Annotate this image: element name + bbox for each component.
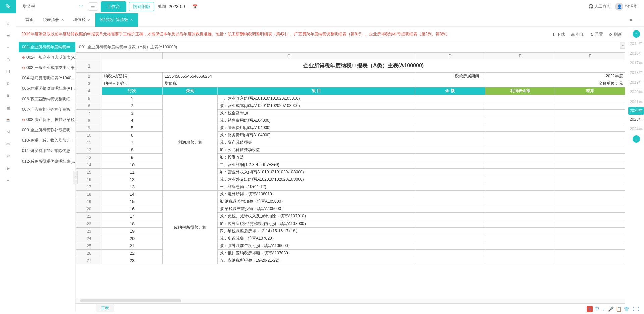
nav-gear-icon[interactable]: ⚙ [0, 150, 16, 162]
table-row[interactable]: 1814应纳税所得额计算减：境外所得（填写A108010） [76, 191, 625, 198]
ime-logo[interactable]: S [587, 306, 593, 312]
username: 徐泽华 [625, 4, 637, 9]
tab-税表清册[interactable]: 税表清册✕ [38, 13, 69, 27]
table-row[interactable]: 1915加:纳税调整增加额（填写A105000） [76, 198, 625, 205]
print-button[interactable]: 🖶 打印 [571, 32, 584, 37]
expand-right-icon[interactable]: » [620, 42, 625, 49]
table-row[interactable]: 73减：税金及附加 [76, 110, 625, 117]
table-row[interactable]: 84减：销售费用(填写A104000) [76, 117, 625, 124]
ime-skin-icon[interactable]: 👕 [624, 306, 629, 312]
form-item[interactable]: 010-免税、减计收入及加计... [19, 135, 75, 146]
table-row[interactable]: 95减：管理费用(填写A104000) [76, 124, 625, 132]
period-input[interactable] [169, 4, 192, 9]
nav-bag-icon[interactable]: ☖ [0, 54, 16, 66]
ime-grid-icon[interactable]: ⋮⋮ [631, 306, 641, 312]
switch-old-button[interactable]: 切到旧版 [129, 2, 154, 11]
table-row[interactable]: 139加：投资收益 [76, 154, 625, 161]
form-item[interactable]: 006-职工薪酬纳税调整明细... [19, 94, 75, 104]
form-item[interactable]: 004-期间费用明细表(A1040... [19, 73, 75, 83]
table-row[interactable]: 2319四、纳税调整后所得（13-14+15-16-17+18） [76, 228, 625, 235]
year-up-icon[interactable]: ⌃ [633, 30, 640, 38]
nav-copy-icon[interactable]: ⧉ [0, 78, 16, 90]
form-item[interactable]: 005-纳税调整项目明细表(A1... [19, 83, 75, 94]
table-row[interactable]: 2016减:纳税调整减少额（填写A105000） [76, 205, 625, 213]
close-icon[interactable]: ✕ [130, 18, 133, 22]
collapse-handle[interactable]: ‹ [73, 171, 78, 184]
tabs-bar: 首页税表清册✕增值税✕所得税汇算清缴✕ ✕ ⋯ [16, 13, 644, 27]
year-item[interactable]: 2016年 [628, 49, 644, 58]
workspace-button[interactable]: 工作台 [101, 1, 126, 12]
table-row[interactable]: 2622减：抵扣应纳税所得额（填写A107030） [76, 250, 625, 257]
nav-grid-icon[interactable]: ▦ [0, 102, 16, 114]
table-row[interactable]: 62减：营业成本(填写A102010\102020\103000) [76, 102, 625, 110]
form-item[interactable]: ⊘002-一般企业收入明细表(A1... [19, 52, 75, 63]
nav-doc-icon[interactable]: ☰ [0, 29, 16, 42]
worksheet-tab[interactable]: 主表 [96, 303, 114, 312]
year-item[interactable]: 2022年 [628, 107, 644, 115]
nav-play-icon[interactable]: ▶ [0, 162, 16, 174]
year-item[interactable]: 2021年 [628, 97, 644, 107]
nav-v-icon[interactable]: V [0, 174, 16, 186]
form-item[interactable]: ⊘003-一般企业成本支出明细... [19, 63, 75, 73]
year-item[interactable]: 2015年 [628, 39, 644, 49]
ime-item[interactable]: 中 [595, 306, 599, 312]
table-row[interactable]: 117减：资产减值损失 [76, 139, 625, 146]
sheet-area[interactable]: CDEF1企业所得税年度纳税申报表（A类）主表(A100000)2纳税人识别号：… [76, 52, 625, 298]
company-select[interactable]: 增值税 ﹀ [23, 4, 83, 9]
year-item[interactable]: 2018年 [628, 68, 644, 78]
download-button[interactable]: ⬇ 下载 [552, 32, 565, 37]
form-item[interactable]: 009-企业所得税弥补亏损明... [19, 125, 75, 135]
nav-home-icon[interactable]: ⌂ [0, 17, 16, 29]
year-item[interactable]: 2019年 [628, 78, 644, 87]
table-row[interactable]: 2117减：免税、减计收入及加计扣除（填写A107010） [76, 213, 625, 220]
reset-button[interactable]: ↻ 重置 [590, 32, 603, 37]
h-scrollbar[interactable] [76, 298, 625, 303]
form-item[interactable]: 012-减免所得税优惠明细表(... [19, 156, 75, 167]
ime-item[interactable]: ， [601, 306, 606, 312]
warn-icon: ⊘ [22, 66, 25, 70]
table-row[interactable]: 2521减：弥补以前年度亏损（填写A106000） [76, 242, 625, 250]
form-item[interactable]: 007-广告费和业务宣传费跨... [19, 104, 75, 115]
tab-增值税[interactable]: 增值税✕ [69, 13, 95, 27]
year-item[interactable]: 2017年 [628, 58, 644, 68]
close-icon[interactable]: ✕ [61, 18, 64, 22]
table-row[interactable]: 1713三、利润总额（10+11-12) [76, 183, 625, 191]
table-row[interactable]: 128加：公允价值变动收益 [76, 146, 625, 154]
year-item[interactable]: 2023年 [628, 115, 644, 124]
user-menu[interactable]: 👤 徐泽华 [615, 3, 637, 11]
year-down-icon[interactable]: ⌄ [633, 135, 640, 143]
form-item[interactable]: 011-研发费用加计扣除优惠... [19, 146, 75, 156]
list-button[interactable]: ☰ [88, 2, 98, 11]
nav-active-icon[interactable]: ☕ [0, 114, 16, 126]
topbar: 增值税 ﹀ ☰ 工作台 切到旧版 账期 📅 🎧 人工咨询 👤 徐泽华 [16, 0, 644, 13]
tabs-more-icon[interactable]: ⋯ [635, 18, 639, 22]
ime-mic-icon[interactable]: 🎤 [608, 306, 614, 312]
tab-所得税汇算清缴[interactable]: 所得税汇算清缴✕ [95, 13, 138, 27]
table-row[interactable]: 1511加：营业外收入(填写A101010\101020\103000) [76, 169, 625, 176]
nav-mail-icon[interactable]: ✉ [0, 138, 16, 150]
refresh-button[interactable]: ⟳ 刷新 [609, 32, 622, 37]
table-row[interactable]: 1410二、营业利润(1-2-3-4-5-6-7+8+9) [76, 161, 625, 169]
consult-link[interactable]: 🎧 人工咨询 [588, 4, 610, 9]
table-row[interactable]: 2420减：所得减免（填写A107020） [76, 235, 625, 242]
table-row[interactable]: 2723五、应纳税所得额（19-20-21-22） [76, 257, 625, 264]
table-row[interactable]: 106减：财务费用(填写A104000) [76, 132, 625, 139]
year-item[interactable]: 2020年 [628, 87, 644, 97]
table-row[interactable]: 2218加：境外应税所得抵减境内亏损（填写A108000） [76, 220, 625, 228]
calendar-icon[interactable]: 📅 [192, 4, 197, 9]
form-item[interactable]: ⊘008-资产折旧、摊销及纳税... [19, 115, 75, 125]
nav-shirt-icon[interactable]: ♜ [0, 90, 16, 102]
nav-arrow-icon[interactable]: ⇲ [0, 126, 16, 138]
nav-clip-icon[interactable]: ❐ [0, 66, 16, 78]
tabs-close-icon[interactable]: ✕ [629, 18, 633, 22]
close-icon[interactable]: ✕ [88, 18, 91, 22]
tab-首页[interactable]: 首页 [21, 13, 38, 27]
nav-chart-icon[interactable]: 〰 [0, 42, 16, 54]
table-row[interactable]: 1612减：营业外支出(填写A102010\102020\103000) [76, 176, 625, 183]
sheet-title: 企业所得税年度纳税申报表（A类）主表(A100000) [102, 59, 625, 73]
period-label: 账期 [158, 4, 166, 9]
table-row[interactable]: 51利润总额计算一、营业收入(填写A101010\101020\103000) [76, 95, 625, 102]
form-item[interactable]: 001-企业所得税年度纳税申... [19, 42, 75, 52]
year-item[interactable]: 2024年 [628, 124, 644, 134]
ime-clip-icon[interactable]: 📋 [616, 306, 622, 312]
